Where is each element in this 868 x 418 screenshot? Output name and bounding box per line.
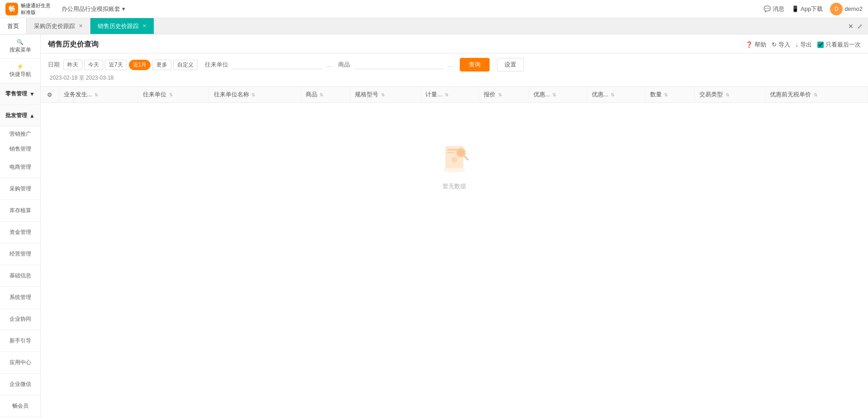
sidebar-item-wholesale-mgmt[interactable]: 批发管理 ▲ xyxy=(0,105,40,127)
download-icon: 📱 xyxy=(792,5,799,12)
date-btn-custom[interactable]: 自定义 xyxy=(173,60,198,70)
date-buttons: 昨天 今天 近7天 近1月 更多 自定义 xyxy=(63,60,198,70)
svg-line-6 xyxy=(464,156,468,160)
goods-input[interactable] xyxy=(354,60,444,69)
tab-sales-history-close[interactable]: ✕ xyxy=(142,23,146,29)
logo-text: 畅捷通好生意 标准版 xyxy=(21,2,51,15)
close-window-button[interactable]: ✕ xyxy=(848,23,854,30)
date-btn-1month[interactable]: 近1月 xyxy=(129,60,151,70)
main-layout: 🔍 搜索菜单 ⚡ 快捷导航 零售管理 ▼ 批发管理 ▲ 营销推广 销售管理 电商… xyxy=(0,34,868,418)
sort-icon-counterparty-name: ⇅ xyxy=(251,92,255,97)
sort-icon-trade-type: ⇅ xyxy=(726,92,729,97)
help-button[interactable]: ❓ 帮助 xyxy=(745,41,766,49)
sidebar-item-purchase-mgmt[interactable]: 采购管理 xyxy=(0,178,40,200)
sort-icon-unit: ⇅ xyxy=(445,92,448,97)
sidebar-item-guide[interactable]: 新手引导 xyxy=(0,330,40,352)
counterparty-input[interactable] xyxy=(232,60,322,69)
th-counterparty-code[interactable]: 往来单位 ⇅ xyxy=(138,87,209,103)
export-button[interactable]: ↓ 导出 xyxy=(796,41,812,49)
export-icon: ↓ xyxy=(796,41,799,48)
sidebar-item-enterprise[interactable]: 企业协同 xyxy=(0,309,40,330)
page-title: 销售历史价查询 xyxy=(48,40,99,49)
only-last-checkbox[interactable]: 只看最后一次 xyxy=(817,41,861,49)
tab-purchase-history-close[interactable]: ✕ xyxy=(79,23,83,29)
sort-icon-counterparty-code: ⇅ xyxy=(169,92,173,97)
quick-nav-icon: ⚡ xyxy=(17,63,24,70)
sidebar-item-app-center[interactable]: 应用中心 xyxy=(0,352,40,374)
date-btn-7days[interactable]: 近7天 xyxy=(105,60,127,70)
sidebar-item-finance[interactable]: 资金管理 xyxy=(0,222,40,243)
th-discount2[interactable]: 优惠... ⇅ xyxy=(587,87,645,103)
sidebar-item-system[interactable]: 系统管理 xyxy=(0,287,40,309)
th-discount1[interactable]: 优惠... ⇅ xyxy=(528,87,587,103)
counterparty-filter-group: 往来单位 ... xyxy=(205,60,331,69)
app-download-button[interactable]: 📱 App下载 xyxy=(792,5,823,13)
search-button[interactable]: 查询 xyxy=(460,58,490,71)
counterparty-label: 往来单位 xyxy=(205,61,228,69)
sidebar-item-basic-info[interactable]: 基础信息 xyxy=(0,265,40,287)
sort-icon-goods: ⇅ xyxy=(320,92,323,97)
chevron-up-icon: ▲ xyxy=(29,113,35,119)
content-area: 销售历史价查询 ❓ 帮助 ↻ 导入 ↓ 导出 只看最后一次 xyxy=(41,34,868,418)
sidebar-item-retail-mgmt[interactable]: 零售管理 ▼ xyxy=(0,83,40,105)
settings-icon: ⚙ xyxy=(47,91,52,98)
sidebar-item-wechat[interactable]: 企业微信 xyxy=(0,374,40,395)
sidebar-item-member[interactable]: 畅会员 xyxy=(0,395,40,417)
date-btn-today[interactable]: 今天 xyxy=(84,60,103,70)
user-menu[interactable]: D demo2 xyxy=(830,3,863,15)
th-spec[interactable]: 规格型号 ⇅ xyxy=(350,87,421,103)
page-header-actions: ❓ 帮助 ↻ 导入 ↓ 导出 只看最后一次 xyxy=(745,41,861,49)
sort-icon-pretax-price: ⇅ xyxy=(814,92,817,97)
sidebar: 🔍 搜索菜单 ⚡ 快捷导航 零售管理 ▼ 批发管理 ▲ 营销推广 销售管理 电商… xyxy=(0,34,41,418)
import-button[interactable]: ↻ 导入 xyxy=(772,41,790,49)
sort-icon-discount1: ⇅ xyxy=(552,92,556,97)
svg-point-5 xyxy=(457,149,464,156)
th-pretax-price[interactable]: 优惠前无税单价 ⇅ xyxy=(765,87,868,103)
tab-bar-controls: ✕ ⤢ xyxy=(843,18,868,34)
empty-state-row: 暂无数据 xyxy=(41,103,868,227)
sidebar-item-search-menu[interactable]: 🔍 搜索菜单 xyxy=(0,34,40,59)
maximize-button[interactable]: ⤢ xyxy=(857,23,863,30)
th-goods[interactable]: 商品 ⇅ xyxy=(301,87,350,103)
table-area: ⚙ 业务发生... ⇅ 往来单位 ⇅ 往来单位名称 ⇅ xyxy=(41,87,868,418)
counterparty-dots: ... xyxy=(326,62,331,68)
help-icon: ❓ xyxy=(745,41,753,48)
date-btn-more[interactable]: 更多 xyxy=(152,60,171,70)
workspace-selector[interactable]: 办公用品行业模拟账套 ▾ xyxy=(61,5,125,13)
th-biz-date[interactable]: 业务发生... ⇅ xyxy=(59,87,138,103)
tab-sales-history[interactable]: 销售历史价跟踪 ✕ xyxy=(90,18,154,34)
th-unit[interactable]: 计量... ⇅ xyxy=(421,87,479,103)
only-last-input[interactable] xyxy=(817,42,824,48)
table-header: ⚙ 业务发生... ⇅ 往来单位 ⇅ 往来单位名称 ⇅ xyxy=(41,87,868,103)
sidebar-item-operations[interactable]: 经营管理 xyxy=(0,243,40,265)
settings-button[interactable]: 设置 xyxy=(497,58,524,71)
date-label: 日期 xyxy=(48,61,60,69)
date-range-display: 2023-02-18 至 2023-03-18 xyxy=(50,74,113,82)
empty-state-cell: 暂无数据 xyxy=(41,103,868,227)
empty-text: 暂无数据 xyxy=(443,182,466,190)
th-trade-type[interactable]: 交易类型 ⇅ xyxy=(695,87,765,103)
message-button[interactable]: 💬 消息 xyxy=(764,5,784,13)
th-counterparty-name[interactable]: 往来单位名称 ⇅ xyxy=(209,87,301,103)
tab-purchase-history[interactable]: 采购历史价跟踪 ✕ xyxy=(27,18,90,34)
sidebar-item-quick-nav[interactable]: ⚡ 快捷导航 xyxy=(0,59,40,83)
sidebar-item-inventory[interactable]: 库存核算 xyxy=(0,200,40,222)
avatar: D xyxy=(830,3,843,15)
data-table: ⚙ 业务发生... ⇅ 往来单位 ⇅ 往来单位名称 ⇅ xyxy=(41,87,868,227)
th-settings[interactable]: ⚙ xyxy=(41,87,59,103)
th-quoted-price[interactable]: 报价 ⇅ xyxy=(479,87,528,103)
tab-bar: 首页 采购历史价跟踪 ✕ 销售历史价跟踪 ✕ ✕ ⤢ xyxy=(0,18,868,34)
logo-area: 畅 畅捷通好生意 标准版 xyxy=(5,2,51,15)
import-icon: ↻ xyxy=(772,41,777,48)
tab-home[interactable]: 首页 xyxy=(0,18,27,34)
sort-icon-quantity: ⇅ xyxy=(664,92,668,97)
date-btn-yesterday[interactable]: 昨天 xyxy=(63,60,82,70)
svg-rect-2 xyxy=(447,149,458,150)
sidebar-item-sales-mgmt[interactable]: 销售管理 xyxy=(0,142,40,157)
sidebar-item-ecommerce[interactable]: 电商管理 xyxy=(0,157,40,178)
th-quantity[interactable]: 数量 ⇅ xyxy=(645,87,694,103)
top-bar: 畅 畅捷通好生意 标准版 办公用品行业模拟账套 ▾ 💬 消息 📱 App下载 D… xyxy=(0,0,868,18)
chevron-down-icon: ▼ xyxy=(29,91,35,97)
sidebar-item-marketing[interactable]: 营销推广 xyxy=(0,127,40,142)
goods-label: 商品 xyxy=(338,61,350,69)
